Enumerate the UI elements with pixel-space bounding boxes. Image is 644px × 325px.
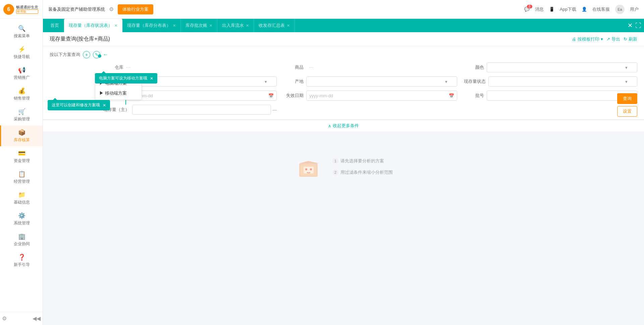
topbar-right: 💬 8 消息 📱 App下载 👤 在线客服 Ea 用户 — [524, 5, 639, 14]
batch-input[interactable] — [487, 91, 637, 101]
filter-row-3: 生产日期 yyyy-mm-dd 📅 失效日期 yyyy-mm-dd 📅 — [103, 91, 637, 101]
collapse-icon[interactable]: ◀◀ — [33, 315, 41, 322]
filter-edit-button[interactable]: ✎ — [93, 51, 100, 58]
print-button[interactable]: 🖨 按模板打印 ▾ — [572, 36, 603, 42]
app-download-icon: 📱 — [549, 7, 554, 12]
product-more-icon[interactable]: ··· — [309, 64, 313, 70]
filter-label: 按以下方案查询 — [50, 52, 80, 58]
sidebar-nav: 🔍 搜索菜单 ⚡ 快捷导航 📢 营销推广 💰 销售管理 🛒 采购管理 📦 库存核… — [0, 19, 43, 312]
stock-status-select[interactable]: ▾ — [488, 76, 637, 87]
sidebar-item-quick[interactable]: ⚡ 快捷导航 — [0, 42, 43, 63]
refresh-icon: ↻ — [624, 37, 627, 42]
tab-inventory-dist[interactable]: 现存量（库存分布表） ✕ — [122, 19, 181, 32]
tab-home[interactable]: 首页 — [46, 19, 64, 32]
card-icon: 💳 — [18, 150, 25, 157]
sidebar-item-marketing[interactable]: 📢 营销推广 — [0, 63, 43, 84]
clipboard-icon: 📋 — [18, 170, 25, 178]
tab-batch[interactable]: 库存批次账 ✕ — [181, 19, 217, 32]
color-dropdown-arrow: ▾ — [625, 65, 628, 70]
refresh-button[interactable]: ↻ 刷新 — [624, 36, 637, 42]
sidebar: 6 畅通通好生意 标准版 🔍 搜索菜单 ⚡ 快捷导航 📢 营销推广 💰 销售管理… — [0, 0, 43, 325]
tab-receipt[interactable]: 收发存汇总表 ✕ — [254, 19, 295, 32]
page-title: 现存量查询(按仓库+商品) — [50, 36, 110, 43]
filter-stock-main-row: 现存量（主） — — [103, 105, 277, 115]
mobile-scheme-item[interactable]: ▶ 移动端方案 — [95, 88, 142, 98]
color-select[interactable]: ▾ — [487, 62, 637, 72]
export-button[interactable]: ↗ 导出 — [606, 36, 620, 42]
sidebar-item-purchase[interactable]: 🛒 采购管理 — [0, 105, 43, 125]
sidebar-item-basic[interactable]: 📁 基础信息 — [0, 188, 43, 209]
exp-date-calendar-icon[interactable]: 📅 — [449, 93, 454, 98]
svg-point-3 — [305, 168, 307, 170]
tab-close-batch[interactable]: ✕ — [209, 23, 212, 28]
color-select-wrap: ▾ — [487, 62, 637, 72]
online-support-icon: 👤 — [582, 7, 587, 12]
tab-expand-icon[interactable]: ⛶ — [635, 22, 641, 29]
collapse-bar[interactable]: ∧ 收起更多条件 — [43, 120, 644, 131]
logo-text: 畅通通好生意 标准版 — [16, 5, 38, 14]
folder-icon: 📁 — [18, 191, 25, 199]
exp-date-input[interactable]: yyyy-mm-dd 📅 — [306, 91, 457, 101]
prod-date-calendar-icon[interactable]: 📅 — [268, 93, 274, 98]
cart-icon: 🛒 — [18, 108, 25, 115]
sidebar-item-operation[interactable]: 📋 经营管理 — [0, 167, 43, 188]
search-icon: 🔍 — [18, 25, 25, 32]
trial-button[interactable]: 体验行业方案 — [118, 4, 153, 14]
tip-num-1: 1 — [332, 158, 338, 164]
filter-wrapper: 按以下方案查询 + ✎ ← ▶ 电脑端方案 ▶ 移动端方案 — [43, 46, 644, 131]
settings-query-button[interactable]: 设置 — [617, 106, 637, 117]
origin-select[interactable]: ▾ — [306, 76, 457, 87]
message-icon[interactable]: 💬 8 — [524, 7, 530, 12]
sidebar-item-finance[interactable]: 💳 资金管理 — [0, 146, 43, 167]
sidebar-item-inventory[interactable]: 📦 库存核算 — [0, 125, 43, 146]
query-button[interactable]: 查询 — [617, 93, 637, 104]
tabbar-actions: ✕ ⛶ — [628, 22, 641, 29]
sidebar-bottom: ⚙ ◀◀ — [0, 312, 43, 325]
message-badge: 8 — [527, 5, 532, 8]
warehouse-label: 仓库 — [103, 64, 123, 70]
print-icon: 🖨 — [572, 37, 576, 42]
warehouse-more-icon[interactable]: ··· — [126, 64, 130, 70]
tab-close-all-icon[interactable]: ✕ — [628, 22, 633, 29]
tab-close-inventory-dist[interactable]: ✕ — [173, 23, 176, 28]
tab-close-inventory-status[interactable]: ✕ — [114, 23, 117, 28]
tip-text-2: 用过滤条件来缩小分析范围 — [340, 168, 393, 177]
tab-inventory-status[interactable]: 现存量（库存状况表） ✕ — [64, 19, 122, 32]
user-label[interactable]: 用户 — [630, 6, 639, 12]
settings-icon: ⚙️ — [18, 212, 25, 219]
topbar-left: 装备及固定资产辅助管理系统 ⚙ 体验行业方案 — [48, 4, 153, 14]
create-scheme-close[interactable]: ✕ — [103, 103, 106, 108]
app-download-label[interactable]: App下载 — [560, 6, 576, 12]
sidebar-item-search[interactable]: 🔍 搜索菜单 — [0, 21, 43, 42]
filter-section: 按以下方案查询 + ✎ ← ▶ 电脑端方案 ▶ 移动端方案 — [43, 46, 644, 120]
sidebar-item-system[interactable]: ⚙️ 系统管理 — [0, 209, 43, 229]
size-dropdown-arrow: ▾ — [265, 79, 267, 84]
filter-add-button[interactable]: + — [83, 51, 90, 58]
tab-inout[interactable]: 出入库流水 ✕ — [217, 19, 254, 32]
sidebar-item-guide[interactable]: ❓ 新手引导 — [0, 250, 43, 271]
sidebar-item-enterprise[interactable]: 🏢 企业协同 — [0, 229, 43, 250]
money-icon: 💰 — [18, 87, 25, 95]
tab-close-receipt[interactable]: ✕ — [287, 23, 290, 28]
export-icon: ↗ — [606, 37, 610, 42]
origin-label: 产地 — [283, 78, 304, 85]
sidebar-item-sales[interactable]: 💰 销售管理 — [0, 84, 43, 105]
collapse-up-icon: ∧ — [328, 123, 331, 128]
avatar: Ea — [615, 5, 625, 14]
prod-date-input[interactable]: yyyy-mm-dd 📅 — [126, 91, 277, 101]
product-label: 商品 — [283, 64, 304, 70]
system-name: 装备及固定资产辅助管理系统 — [48, 6, 105, 12]
stock-main-min[interactable] — [132, 105, 271, 115]
tab-close-inout[interactable]: ✕ — [246, 23, 249, 28]
print-dropdown-icon: ▾ — [601, 37, 603, 42]
svg-rect-2 — [304, 167, 314, 173]
exp-date-label: 失效日期 — [283, 93, 304, 99]
settings-bottom-icon[interactable]: ⚙ — [2, 315, 7, 322]
filter-exp-date-row: 失效日期 yyyy-mm-dd 📅 — [283, 91, 457, 101]
main-area: 装备及固定资产辅助管理系统 ⚙ 体验行业方案 💬 8 消息 📱 App下载 👤 … — [43, 0, 644, 325]
filter-back-button[interactable]: ← — [103, 52, 108, 58]
filter-origin-row: 产地 ▾ — [283, 76, 457, 87]
online-support-label[interactable]: 在线客服 — [592, 6, 610, 12]
scheme-tooltip-close[interactable]: ✕ — [150, 76, 153, 81]
topbar-settings-icon[interactable]: ⚙ — [109, 6, 114, 12]
